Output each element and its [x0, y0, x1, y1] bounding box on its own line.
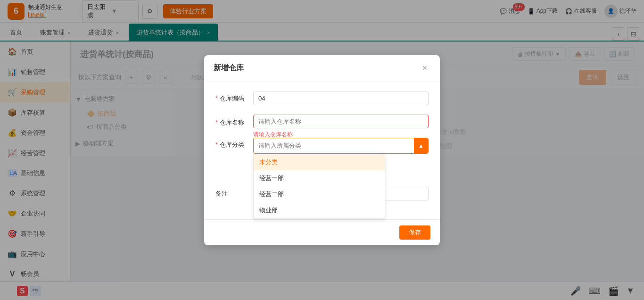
- category-dropdown: 未分类 经营一部 经营二部 物业部: [253, 154, 385, 219]
- content-area: 进货单统计(按商品) 🖨 按模板打印 ▼ 📤 导出 🔄 刷新: [71, 42, 644, 300]
- modal-title: 新增仓库: [214, 63, 244, 73]
- dropdown-item-unclassified[interactable]: 未分类: [254, 154, 385, 170]
- modal-close-button[interactable]: ×: [419, 63, 430, 74]
- modal-overlay[interactable]: 新增仓库 × 仓库编码 仓库名称 请输入仓库名: [71, 42, 644, 300]
- note-label: 备注: [215, 187, 253, 198]
- modal-footer: 保存: [204, 219, 440, 245]
- dropdown-item-dept2[interactable]: 经营二部: [254, 186, 385, 202]
- modal-header: 新增仓库 ×: [204, 55, 440, 82]
- code-label: 仓库编码: [215, 92, 253, 103]
- dropdown-item-property[interactable]: 物业部: [254, 202, 385, 218]
- code-field-row: 仓库编码: [215, 92, 429, 105]
- name-input[interactable]: [253, 115, 429, 128]
- category-field: ▲ 未分类 经营一部 经营二部 物业部: [253, 138, 429, 154]
- new-warehouse-modal: 新增仓库 × 仓库编码 仓库名称 请输入仓库名: [204, 55, 440, 245]
- category-toggle-button[interactable]: ▲: [414, 138, 428, 153]
- category-input[interactable]: [254, 139, 414, 152]
- name-label: 仓库名称: [215, 116, 253, 127]
- save-button[interactable]: 保存: [399, 225, 430, 240]
- category-field-row: 仓库分类 ▲ 未分类 经营一部 经营二部 物业部: [215, 138, 429, 154]
- category-input-wrapper: ▲: [253, 138, 429, 154]
- dropdown-item-dept1[interactable]: 经营一部: [254, 170, 385, 186]
- category-label: 仓库分类: [215, 138, 253, 149]
- main-layout: 🏠 首页 📊 销售管理 🛒 采购管理 📦 库存核算 💰 资金管理 📈 经营管理 …: [0, 42, 644, 300]
- code-input[interactable]: [253, 92, 429, 105]
- name-field-row: 仓库名称 请输入仓库名称: [215, 115, 429, 128]
- modal-body: 仓库编码 仓库名称 请输入仓库名称 仓库分类: [204, 82, 440, 219]
